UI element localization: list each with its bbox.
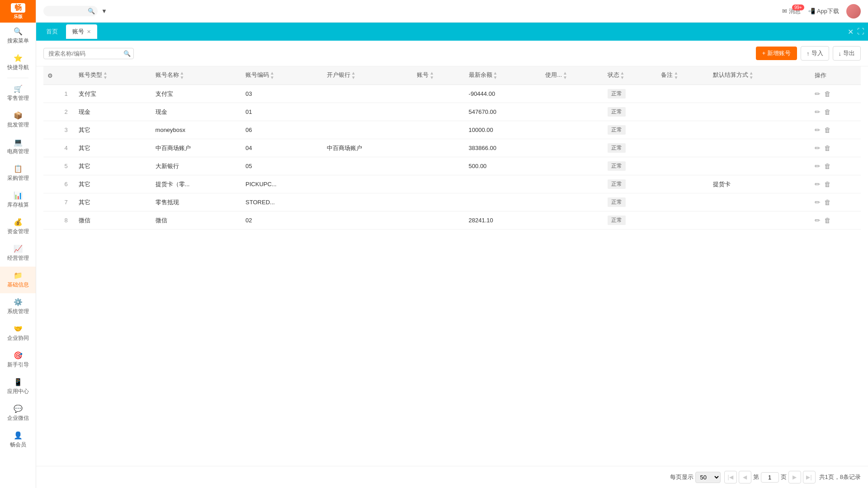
row-name: moneybosx xyxy=(152,121,242,139)
edit-icon[interactable]: ✏ xyxy=(815,144,821,152)
row-settings xyxy=(43,193,57,211)
sidebar-item-operation[interactable]: 📈 经营管理 xyxy=(0,240,36,267)
page-number-input[interactable] xyxy=(761,472,779,483)
sidebar-item-search[interactable]: 🔍 搜索菜单 xyxy=(0,23,36,49)
th-type[interactable]: 账号类型▲▼ xyxy=(75,66,152,85)
sidebar-item-retail[interactable]: 🛒 零售管理 xyxy=(0,80,36,107)
row-actions: ✏ 🗑 xyxy=(811,121,861,139)
th-bank[interactable]: 开户银行▲▼ xyxy=(323,66,414,85)
sidebar-item-label: 新手引导 xyxy=(7,361,29,369)
th-name[interactable]: 账号名称▲▼ xyxy=(152,66,242,85)
row-remark xyxy=(657,85,709,103)
sidebar-item-finance[interactable]: 💰 资金管理 xyxy=(0,213,36,240)
row-bank xyxy=(323,193,414,211)
sidebar-item-wholesale[interactable]: 📦 批发管理 xyxy=(0,107,36,133)
last-page-button[interactable]: ▶| xyxy=(803,471,816,483)
sidebar-item-enterprise-wx[interactable]: 💬 企业微信 xyxy=(0,400,36,427)
row-default-settlement xyxy=(709,157,811,175)
delete-icon[interactable]: 🗑 xyxy=(824,144,831,152)
th-usage[interactable]: 使用...▲▼ xyxy=(542,66,604,85)
edit-icon[interactable]: ✏ xyxy=(815,198,821,206)
sidebar-item-guide[interactable]: 🎯 新手引导 xyxy=(0,347,36,373)
topbar-search-input[interactable] xyxy=(49,8,85,14)
th-code[interactable]: 账号编码▲▼ xyxy=(242,66,323,85)
row-type: 其它 xyxy=(75,139,152,157)
app-icon: 📲 xyxy=(808,8,815,14)
row-settings xyxy=(43,85,57,103)
page-label: 第 xyxy=(753,473,759,481)
app-logo: 畅 乐版 xyxy=(0,0,36,23)
import-button[interactable]: ↑ 导入 xyxy=(801,46,829,61)
page-size-dropdown[interactable]: 50 10 20 100 xyxy=(695,472,721,483)
tab-account[interactable]: 账号 ✕ xyxy=(66,24,97,39)
delete-icon[interactable]: 🗑 xyxy=(824,126,831,134)
row-usage xyxy=(542,85,604,103)
row-num: 7 xyxy=(57,193,75,211)
delete-icon[interactable]: 🗑 xyxy=(824,198,831,206)
export-button[interactable]: ↓ 导出 xyxy=(833,46,861,61)
topbar-search-box[interactable]: 🔍 xyxy=(43,6,98,16)
table-row: 8 微信 微信 02 28241.10 正常 ✏ 🗑 xyxy=(43,211,861,230)
delete-icon[interactable]: 🗑 xyxy=(824,162,831,170)
row-account xyxy=(413,157,465,175)
row-usage xyxy=(542,103,604,121)
th-status[interactable]: 状态▲▼ xyxy=(604,66,658,85)
first-page-button[interactable]: |◀ xyxy=(724,471,737,483)
add-account-button[interactable]: + 新增账号 xyxy=(756,47,797,60)
row-num: 5 xyxy=(57,157,75,175)
row-code: PICKUPC... xyxy=(242,175,323,193)
tab-close-button[interactable]: ✕ xyxy=(848,28,854,36)
finance-icon: 💰 xyxy=(14,218,23,226)
search-box[interactable]: 🔍 xyxy=(43,48,134,59)
th-settings[interactable]: ⚙ xyxy=(43,66,57,85)
row-code: 02 xyxy=(242,211,323,230)
row-usage xyxy=(542,175,604,193)
edit-icon[interactable]: ✏ xyxy=(815,126,821,134)
sidebar-item-member[interactable]: 👤 畅会员 xyxy=(0,427,36,453)
edit-icon[interactable]: ✏ xyxy=(815,216,821,225)
search-input[interactable] xyxy=(48,50,121,57)
app-center-icon: 📱 xyxy=(14,378,23,386)
delete-icon[interactable]: 🗑 xyxy=(824,90,831,98)
operation-icon: 📈 xyxy=(14,244,23,253)
delete-icon[interactable]: 🗑 xyxy=(824,180,831,188)
sidebar-item-purchase[interactable]: 📋 采购管理 xyxy=(0,160,36,187)
tab-home[interactable]: 首页 xyxy=(40,24,64,39)
topbar-left: 🔍 ▼ xyxy=(43,6,107,16)
delete-icon[interactable]: 🗑 xyxy=(824,216,831,224)
delete-icon[interactable]: 🗑 xyxy=(824,108,831,116)
enterprise-wx-icon: 💬 xyxy=(14,404,23,413)
topbar-msg-button[interactable]: ✉ 消息 99+ xyxy=(782,7,801,15)
table-row: 1 支付宝 支付宝 03 -90444.00 正常 ✏ 🗑 xyxy=(43,85,861,103)
row-remark xyxy=(657,211,709,230)
sidebar-item-inventory[interactable]: 📊 库存核算 xyxy=(0,187,36,213)
row-actions: ✏ 🗑 xyxy=(811,139,861,157)
th-remark[interactable]: 备注▲▼ xyxy=(657,66,709,85)
row-name: 提货卡（零... xyxy=(152,175,242,193)
th-account[interactable]: 账号▲▼ xyxy=(413,66,465,85)
edit-icon[interactable]: ✏ xyxy=(815,162,821,170)
row-settings xyxy=(43,211,57,230)
row-code: 03 xyxy=(242,85,323,103)
edit-icon[interactable]: ✏ xyxy=(815,180,821,188)
sidebar-item-basic[interactable]: 📁 基础信息 xyxy=(0,267,36,293)
topbar-app-button[interactable]: 📲 App下载 xyxy=(808,7,839,15)
sidebar-item-system[interactable]: ⚙️ 系统管理 xyxy=(0,293,36,320)
sidebar-item-app-center[interactable]: 📱 应用中心 xyxy=(0,373,36,400)
import-label: 导入 xyxy=(811,49,823,57)
topbar-dropdown[interactable]: ▼ xyxy=(101,8,107,14)
system-icon: ⚙️ xyxy=(14,298,23,306)
avatar[interactable] xyxy=(846,4,861,19)
sidebar-item-enterprise[interactable]: 🤝 企业协同 xyxy=(0,320,36,347)
tab-expand-button[interactable]: ⛶ xyxy=(857,28,864,36)
next-page-button[interactable]: ▶ xyxy=(788,471,801,483)
row-bank xyxy=(323,85,414,103)
sidebar-item-ecommerce[interactable]: 💻 电商管理 xyxy=(0,133,36,160)
th-balance[interactable]: 最新余额▲▼ xyxy=(465,66,542,85)
tab-close-icon[interactable]: ✕ xyxy=(87,29,91,35)
th-default-settlement[interactable]: 默认结算方式▲▼ xyxy=(709,66,811,85)
edit-icon[interactable]: ✏ xyxy=(815,90,821,98)
prev-page-button[interactable]: ◀ xyxy=(739,471,751,483)
edit-icon[interactable]: ✏ xyxy=(815,108,821,116)
sidebar-item-quick[interactable]: ⭐ 快捷导航 xyxy=(0,49,36,76)
